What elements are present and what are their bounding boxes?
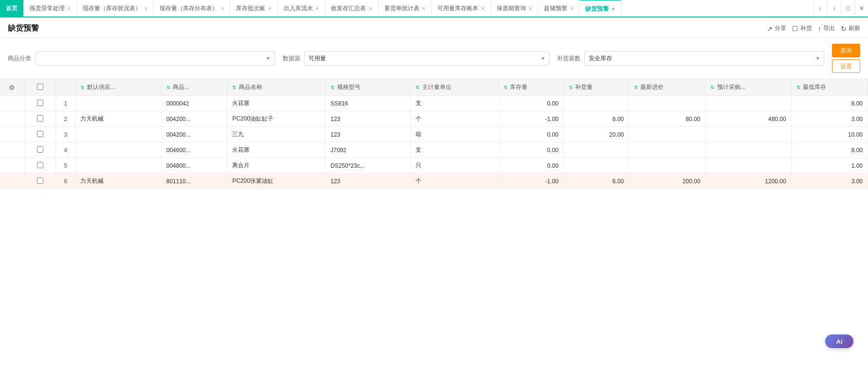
- col-replenish-qty-header[interactable]: ⇅ 补货量: [563, 79, 629, 96]
- row-stock-2: 0.00: [498, 127, 563, 142]
- est-purchase-sort-icon: ⇅: [710, 85, 714, 90]
- stock-header-label: 库存量: [510, 84, 527, 90]
- col-unit-header[interactable]: ⇅ 主计量单位: [411, 79, 498, 96]
- main-content: 缺货预警 ↗ 分享 ☐ 补货 ↑ 导出 ↻ 刷新 商品分类: [0, 18, 868, 387]
- row-est-purchase-2: [705, 127, 791, 142]
- row-unit-1: 个: [411, 111, 498, 127]
- row-checkbox-5: [24, 174, 56, 189]
- tab-nav-buttons: ‹ › □ ✕: [814, 0, 868, 17]
- col-est-purchase-header[interactable]: ⇅ 预计采购...: [705, 79, 791, 96]
- col-goods-name-header[interactable]: ⇅ 商品名称: [227, 79, 326, 96]
- row-checkbox-3: [24, 142, 56, 158]
- data-table: ⚙ ⇅ 默认供应... ⇅ 商品... ⇅: [0, 79, 868, 189]
- tab-2[interactable]: 现存量（库存状况表） ×: [77, 0, 153, 17]
- select-all-checkbox[interactable]: [37, 84, 43, 90]
- export-button[interactable]: ↑ 导出: [818, 24, 835, 33]
- col-goods-code-header[interactable]: ⇅ 商品...: [161, 79, 227, 96]
- col-supplier-header[interactable]: ⇅ 默认供应...: [75, 79, 161, 96]
- stock-sort-icon: ⇅: [504, 85, 507, 90]
- tab-4[interactable]: 库存批次账 ×: [230, 0, 277, 17]
- row-spec-1: 123: [326, 111, 411, 127]
- row-replenish-qty-2: 20.00: [563, 127, 629, 142]
- tab-11[interactable]: 缺货预警 ×: [579, 0, 621, 17]
- tab-home[interactable]: 首页: [0, 0, 24, 17]
- row-goods-code-0: 0000042: [161, 96, 227, 111]
- goods-code-header-label: 商品...: [173, 84, 189, 90]
- table-container: ⚙ ⇅ 默认供应... ⇅ 商品... ⇅: [0, 79, 868, 189]
- col-stock-header[interactable]: ⇅ 库存量: [498, 79, 563, 96]
- row-latest-price-4: [629, 158, 705, 174]
- settings-gear-icon[interactable]: ⚙: [9, 84, 15, 91]
- tab-1-close[interactable]: ×: [68, 5, 71, 11]
- export-icon: ↑: [818, 25, 821, 33]
- goods-code-sort-icon: ⇅: [166, 85, 170, 90]
- refresh-icon: ↻: [841, 25, 847, 33]
- tab-prev-btn[interactable]: ‹: [814, 0, 827, 17]
- replenish-base-select-wrapper: 安全库存 ▼: [584, 51, 824, 66]
- tab-5-close[interactable]: ×: [316, 5, 319, 11]
- tab-9-close[interactable]: ×: [529, 5, 532, 11]
- tab-8[interactable]: 可用量库存账本 ×: [432, 0, 490, 17]
- row-min-stock-4: 1.00: [791, 158, 868, 174]
- row-checkbox-input-3[interactable]: [37, 146, 43, 153]
- col-min-stock-header[interactable]: ⇅ 最低库存: [791, 79, 868, 96]
- col-spec-header[interactable]: ⇅ 规格型号: [326, 79, 411, 96]
- row-checkbox-input-5[interactable]: [37, 177, 43, 184]
- table-row: 5 004800... 离合片 DS250*23c... 只 0.00 1.00: [0, 158, 868, 174]
- est-purchase-header-label: 预计采购...: [717, 84, 745, 90]
- tab-10-label: 超储预警: [544, 4, 567, 13]
- row-num-5: 6: [56, 174, 75, 189]
- tab-10[interactable]: 超储预警 ×: [538, 0, 579, 17]
- table-row: 6 力天机械 801110... PC200张紧油缸 123 个 -1.00 6…: [0, 174, 868, 189]
- row-goods-code-4: 004800...: [161, 158, 227, 174]
- tab-11-close[interactable]: ×: [612, 6, 615, 12]
- row-supplier-0: [75, 96, 161, 111]
- tab-restore-btn[interactable]: □: [841, 0, 854, 17]
- tab-5[interactable]: 出入库流水 ×: [278, 0, 325, 17]
- row-spec-0: SS816: [326, 96, 411, 111]
- spec-sort-icon: ⇅: [330, 85, 334, 90]
- row-num-1: 2: [56, 111, 75, 127]
- tab-6[interactable]: 收发存汇总表 ×: [325, 0, 378, 17]
- col-latest-price-header[interactable]: ⇅ 最新进价: [629, 79, 705, 96]
- page-title: 缺货预警: [8, 23, 39, 34]
- row-goods-name-1: PC200油缸缸子: [227, 111, 326, 127]
- table-row: 4 004600... 火花塞 J7092 支 0.00 8.00: [0, 142, 868, 158]
- tab-8-close[interactable]: ×: [481, 5, 484, 11]
- tab-2-close[interactable]: ×: [144, 5, 147, 11]
- tab-4-close[interactable]: ×: [268, 5, 271, 11]
- query-button[interactable]: 查询: [832, 44, 860, 57]
- row-replenish-qty-4: [563, 158, 629, 174]
- tab-9[interactable]: 保质期查询 ×: [491, 0, 538, 17]
- export-label: 导出: [823, 24, 835, 33]
- tab-10-close[interactable]: ×: [570, 5, 573, 11]
- tab-close-all-btn[interactable]: ✕: [854, 0, 868, 17]
- tab-next-btn[interactable]: ›: [827, 0, 841, 17]
- replenish-base-select[interactable]: 安全库存: [584, 51, 824, 66]
- refresh-button[interactable]: ↻ 刷新: [841, 24, 860, 33]
- category-select[interactable]: [35, 51, 275, 66]
- datasource-select[interactable]: 可用量: [304, 51, 550, 66]
- row-stock-5: -1.00: [498, 174, 563, 189]
- row-latest-price-2: [629, 127, 705, 142]
- row-checkbox-input-4[interactable]: [37, 162, 43, 168]
- settings-button[interactable]: 设置: [832, 59, 860, 73]
- tab-3-close[interactable]: ×: [221, 5, 224, 11]
- goods-name-header-label: 商品名称: [239, 84, 262, 90]
- row-goods-code-1: 004200...: [161, 111, 227, 127]
- share-button[interactable]: ↗ 分享: [767, 24, 786, 33]
- row-checkbox-input-2[interactable]: [37, 131, 43, 137]
- tab-7[interactable]: 要货单统计表 ×: [379, 0, 432, 17]
- replenish-button[interactable]: ☐ 补货: [792, 24, 812, 33]
- ai-button[interactable]: Ai: [825, 334, 853, 348]
- tab-7-close[interactable]: ×: [422, 5, 425, 11]
- col-checkbox-header: [24, 79, 56, 96]
- row-stock-0: 0.00: [498, 96, 563, 111]
- filter-replenish-base-group: 补货基数 安全库存 ▼: [557, 51, 824, 66]
- tab-3[interactable]: 现存量（库存分布表） ×: [154, 0, 230, 17]
- tab-1[interactable]: 拣货异常处理 ×: [24, 0, 77, 17]
- row-checkbox-input-0[interactable]: [37, 100, 43, 106]
- tab-6-close[interactable]: ×: [369, 5, 372, 11]
- table-body: 1 0000042 火花塞 SS816 支 0.00 8.00 2 力天机械 0…: [0, 96, 868, 189]
- row-checkbox-input-1[interactable]: [37, 115, 43, 122]
